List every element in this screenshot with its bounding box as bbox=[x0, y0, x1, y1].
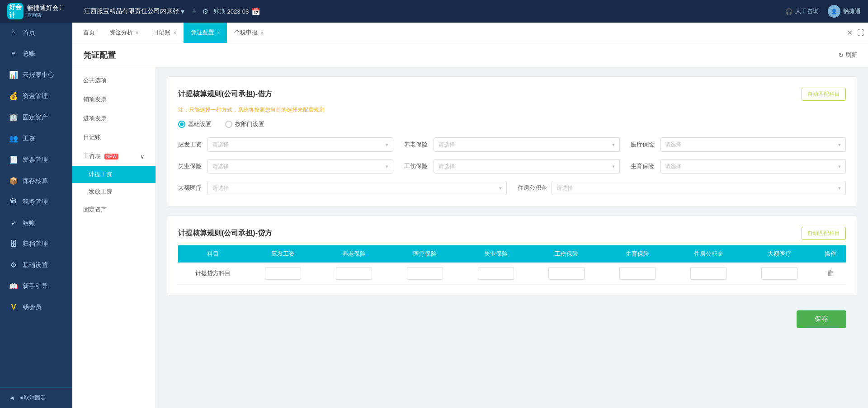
sidebar-label-guide: 新手引导 bbox=[23, 282, 48, 291]
support-btn[interactable]: 🎧 人工咨询 bbox=[785, 7, 819, 15]
tab-capital-close[interactable]: × bbox=[136, 30, 138, 35]
tab-capital[interactable]: 资金分析 × bbox=[102, 23, 146, 43]
top-bar-right: 🎧 人工咨询 👤 畅捷通 bbox=[785, 5, 861, 18]
sidebar-item-vip[interactable]: V 畅会员 bbox=[0, 297, 72, 318]
tab-home[interactable]: 首页 bbox=[76, 23, 102, 43]
delete-btn[interactable]: 🗑 bbox=[827, 269, 834, 277]
sidebar: ⌂ 首页 ≡ 总账 📊 云报表中心 💰 资金管理 🏢 固定资产 👥 工资 🧾 发… bbox=[0, 23, 72, 408]
checkout-icon: ✓ bbox=[9, 219, 18, 227]
sidebar-label-home: 首页 bbox=[23, 29, 35, 37]
col-unemploy: 失业保险 bbox=[460, 245, 531, 263]
sub-item-salary-calc[interactable]: 计提工资 bbox=[72, 166, 156, 183]
sidebar-item-checkout[interactable]: ✓ 结账 bbox=[0, 212, 72, 234]
logo-text: 畅捷通好会计 bbox=[27, 4, 65, 12]
tab-capital-label: 资金分析 bbox=[109, 28, 133, 37]
cancel-fixed-btn[interactable]: ◄ ◄取消固定 bbox=[0, 387, 72, 408]
sub-item-salary-pay[interactable]: 发放工资 bbox=[72, 183, 156, 200]
credit-section: 计提核算规则(公司承担)-贷方 自动匹配科目 科目 应发工资 养老保险 医疗保险 bbox=[167, 216, 857, 296]
sub-item-purchase[interactable]: 进项发票 bbox=[72, 109, 156, 128]
sidebar-label-salary: 工资 bbox=[23, 135, 35, 143]
sub-item-sales[interactable]: 销项发票 bbox=[72, 90, 156, 109]
select-large-med-arrow: ▾ bbox=[499, 185, 502, 191]
tab-voucher-close[interactable]: × bbox=[217, 30, 220, 35]
tab-tax[interactable]: 个税申报 × bbox=[227, 23, 270, 43]
credit-section-header: 计提核算规则(公司承担)-贷方 自动匹配科目 bbox=[178, 227, 846, 240]
debit-radio-group: 基础设置 按部门设置 bbox=[178, 120, 846, 128]
inventory-icon: 📦 bbox=[9, 177, 18, 185]
main-panel: 计提核算规则(公司承担)-借方 自动匹配科目 注：只能选择一种方式，系统将按照您… bbox=[156, 67, 868, 408]
debit-section: 计提核算规则(公司承担)-借方 自动匹配科目 注：只能选择一种方式，系统将按照您… bbox=[167, 76, 857, 206]
input-injury[interactable] bbox=[548, 267, 585, 280]
sidebar-item-invoice[interactable]: 🧾 发票管理 bbox=[0, 149, 72, 170]
add-company-btn[interactable]: + bbox=[192, 7, 197, 16]
input-birth[interactable] bbox=[619, 267, 656, 280]
input-pension[interactable] bbox=[336, 267, 372, 280]
tab-voucher[interactable]: 凭证配置 × bbox=[184, 23, 227, 43]
reports-icon: 📊 bbox=[9, 70, 18, 79]
select-birth[interactable]: 请选择 ▾ bbox=[660, 159, 846, 174]
sidebar-item-settings[interactable]: ⚙ 基础设置 bbox=[0, 254, 72, 276]
sidebar-item-salary[interactable]: 👥 工资 bbox=[0, 128, 72, 149]
top-bar: 好会计 畅捷通好会计 旗舰版 江西服宝精品有限责任公司内账张 ▾ + ⚙ 账期 … bbox=[0, 0, 868, 23]
save-btn[interactable]: 保存 bbox=[797, 310, 846, 328]
sidebar-item-reports[interactable]: 📊 云报表中心 bbox=[0, 64, 72, 85]
debit-auto-match-btn[interactable]: 自动匹配科目 bbox=[802, 88, 846, 101]
col-injury: 工伤保险 bbox=[531, 245, 602, 263]
sidebar-label-ledger: 总账 bbox=[23, 50, 35, 58]
sub-item-salary-table-group[interactable]: 工资表 NEW ∨ bbox=[72, 147, 156, 166]
field-medical: 医疗保险 请选择 ▾ bbox=[631, 137, 846, 152]
select-pension[interactable]: 请选择 ▾ bbox=[434, 137, 619, 152]
company-dropdown[interactable]: ▾ bbox=[181, 7, 184, 16]
select-injury[interactable]: 请选择 ▾ bbox=[434, 159, 619, 174]
refresh-label: 刷新 bbox=[845, 51, 857, 59]
select-unemploy[interactable]: 请选择 ▾ bbox=[208, 159, 393, 174]
cell-injury bbox=[531, 263, 602, 285]
select-pension-placeholder: 请选择 bbox=[439, 141, 455, 149]
input-salary[interactable] bbox=[265, 267, 301, 280]
cell-large-med bbox=[744, 263, 815, 285]
input-large-med[interactable] bbox=[761, 267, 797, 280]
refresh-btn[interactable]: ↻ 刷新 bbox=[839, 51, 857, 59]
sidebar-item-archive[interactable]: 🗄 归档管理 bbox=[0, 234, 72, 254]
guide-icon: 📖 bbox=[9, 282, 18, 291]
sidebar-item-ledger[interactable]: ≡ 总账 bbox=[0, 43, 72, 64]
select-salary[interactable]: 请选择 ▾ bbox=[208, 137, 393, 152]
select-large-med[interactable]: 请选择 ▾ bbox=[208, 181, 507, 195]
cell-action: 🗑 bbox=[815, 263, 846, 285]
radio-dept[interactable]: 按部门设置 bbox=[225, 120, 264, 128]
input-medical[interactable] bbox=[407, 267, 443, 280]
sidebar-label-vip: 畅会员 bbox=[23, 303, 42, 311]
sidebar-item-fixed[interactable]: 🏢 固定资产 bbox=[0, 107, 72, 128]
sidebar-label-checkout: 结账 bbox=[23, 219, 35, 227]
sidebar-item-tax[interactable]: 🏛 税务管理 bbox=[0, 192, 72, 212]
select-injury-placeholder: 请选择 bbox=[439, 163, 455, 170]
sub-item-fixed-assets[interactable]: 固定资产 bbox=[72, 200, 156, 219]
label-large-med: 大额医疗 bbox=[178, 184, 203, 192]
expand-window-btn[interactable]: ⛶ bbox=[857, 29, 864, 37]
input-housing[interactable] bbox=[690, 267, 726, 280]
tab-journal[interactable]: 日记账 × bbox=[146, 23, 183, 43]
select-housing[interactable]: 请选择 ▾ bbox=[552, 181, 846, 195]
tab-journal-close[interactable]: × bbox=[173, 30, 176, 35]
sub-item-journal[interactable]: 日记账 bbox=[72, 128, 156, 147]
user-area[interactable]: 👤 畅捷通 bbox=[828, 5, 861, 18]
calendar-icon[interactable]: 📅 bbox=[251, 7, 260, 16]
user-label: 畅捷通 bbox=[843, 7, 861, 15]
tab-tax-close[interactable]: × bbox=[260, 30, 263, 35]
credit-auto-match-btn[interactable]: 自动匹配科目 bbox=[802, 227, 846, 240]
sidebar-item-inventory[interactable]: 📦 库存核算 bbox=[0, 170, 72, 192]
label-injury: 工伤保险 bbox=[404, 162, 429, 170]
close-window-btn[interactable]: ✕ bbox=[847, 28, 853, 37]
sidebar-item-guide[interactable]: 📖 新手引导 bbox=[0, 276, 72, 297]
sidebar-item-capital[interactable]: 💰 资金管理 bbox=[0, 85, 72, 107]
select-medical[interactable]: 请选择 ▾ bbox=[660, 137, 846, 152]
tab-home-label: 首页 bbox=[83, 28, 95, 37]
settings-icon[interactable]: ⚙ bbox=[202, 7, 208, 16]
sub-item-public[interactable]: 公共选项 bbox=[72, 71, 156, 90]
input-unemploy[interactable] bbox=[478, 267, 514, 280]
select-birth-arrow: ▾ bbox=[838, 164, 841, 169]
field-salary: 应发工资 请选择 ▾ bbox=[178, 137, 393, 152]
sidebar-item-home[interactable]: ⌂ 首页 bbox=[0, 23, 72, 43]
radio-basic[interactable]: 基础设置 bbox=[178, 120, 212, 128]
invoice-icon: 🧾 bbox=[9, 155, 18, 164]
